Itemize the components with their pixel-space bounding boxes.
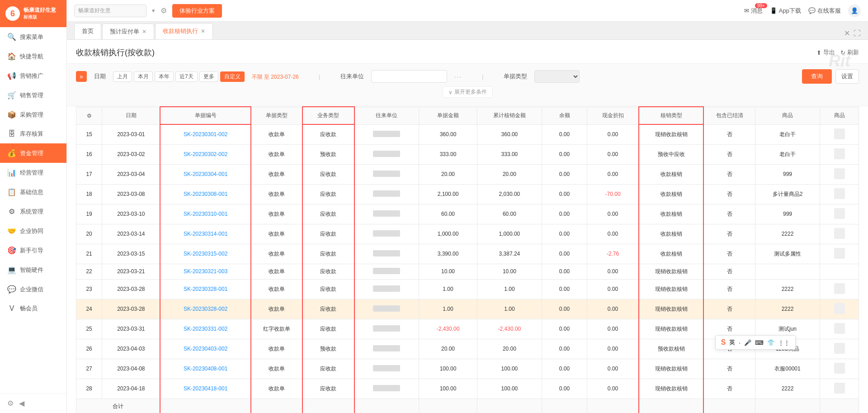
cell-voucher-no: SK-20230418-001 <box>160 379 250 399</box>
sidebar-item-quicknav[interactable]: 🏠快捷导航 <box>0 47 66 66</box>
user-avatar[interactable]: 👤 <box>848 5 861 17</box>
sidebar-item-wechat[interactable]: 💬企业微信 <box>0 280 66 299</box>
cell-counterpart <box>354 184 419 204</box>
online-service-link[interactable]: 💬 在线客服 <box>808 7 841 15</box>
tab-actions: ✕ ⛶ <box>844 29 861 39</box>
filter-date-custom[interactable]: 自定义 <box>220 71 245 82</box>
sidebar-item-sales[interactable]: 🛒销售管理 <box>0 85 66 105</box>
tab-home[interactable]: 首页 <box>74 23 101 39</box>
filter-query-button[interactable]: 查询 <box>802 69 832 84</box>
sidebar-label-search: 搜索菜单 <box>20 33 43 41</box>
voucher-link[interactable]: SK-20230328-002 <box>184 306 227 312</box>
voucher-link[interactable]: SK-20230304-001 <box>184 171 227 177</box>
refresh-button[interactable]: ↻ 刷新 <box>840 48 859 57</box>
cell-balance: 0.00 <box>542 144 587 164</box>
sidebar-item-hardware[interactable]: 💻智能硬件 <box>0 260 66 280</box>
topbar-search-input[interactable] <box>74 5 146 17</box>
filter-counterpart-input[interactable] <box>371 70 447 83</box>
cell-balance: 0.00 <box>542 204 587 224</box>
close-tab-icon[interactable]: ✕ <box>844 29 850 38</box>
cell-product-img <box>820 319 859 339</box>
industry-solution-button[interactable]: 体验行业方案 <box>172 4 222 18</box>
sidebar-item-inventory[interactable]: 🗄库存核算 <box>0 124 66 143</box>
voucher-link[interactable]: SK-20230315-002 <box>184 251 227 257</box>
topbar-gear-icon[interactable]: ⚙ <box>160 6 167 15</box>
sidebar-item-finance[interactable]: 💰资金管理 <box>0 143 66 163</box>
table-row: 15 2023-03-01 SK-20230301-002 收款单 应收款 36… <box>76 124 859 144</box>
watermark-grid-icon[interactable]: ⋮⋮ <box>778 339 790 346</box>
cell-voucher-type: 收款单 <box>251 279 302 299</box>
sidebar-item-marketing[interactable]: 📢营销推广 <box>0 66 66 85</box>
totals-biz-type <box>302 399 354 413</box>
col-header-cash-discount: 现金折扣 <box>587 107 639 124</box>
watermark-mic-icon[interactable]: 🎤 <box>744 339 751 346</box>
cell-product: 测试多属性 <box>755 244 820 264</box>
filter-settings-button[interactable]: 设置 <box>835 69 859 84</box>
cell-date: 2023-03-10 <box>102 204 160 224</box>
voucher-link[interactable]: SK-20230331-002 <box>184 326 227 332</box>
cell-counterpart <box>354 124 419 144</box>
cell-biz-type: 应收款 <box>302 299 354 319</box>
sidebar-item-operations[interactable]: 📊经营管理 <box>0 163 66 182</box>
collapse-sidebar-icon[interactable]: ◀ <box>19 399 24 408</box>
sales-icon: 🛒 <box>7 91 16 100</box>
filter-date-this-year[interactable]: 本年 <box>155 71 174 82</box>
cell-cash-discount: 0.00 <box>587 264 639 279</box>
totals-include-settled <box>703 399 755 413</box>
voucher-link[interactable]: SK-20230408-001 <box>184 366 227 372</box>
sidebar-footer: ⚙ ◀ <box>0 393 66 413</box>
cell-balance: 0.00 <box>542 319 587 339</box>
cell-date: 2023-04-18 <box>102 379 160 399</box>
tab-prepay-close[interactable]: ✕ <box>142 28 146 35</box>
voucher-link[interactable]: SK-20230314-001 <box>184 231 227 237</box>
voucher-link[interactable]: SK-20230418-001 <box>184 385 227 392</box>
col-header-offset-type: 核销类型 <box>639 107 703 124</box>
sidebar-item-system[interactable]: ⚙系统管理 <box>0 202 66 221</box>
app-download-link[interactable]: 📱 App下载 <box>770 7 801 15</box>
watermark-shirt-icon[interactable]: 👕 <box>767 339 774 346</box>
topbar-dropdown-arrow[interactable]: ▾ <box>152 7 155 14</box>
voucher-link[interactable]: SK-20230328-001 <box>184 286 227 292</box>
watermark-keyboard-icon[interactable]: ⌨ <box>755 339 764 346</box>
cell-voucher-type: 收款单 <box>251 379 302 399</box>
tab-collection-close[interactable]: ✕ <box>201 28 205 34</box>
sidebar-label-basic: 基础信息 <box>20 188 43 196</box>
sidebar-item-member[interactable]: V畅会员 <box>0 299 66 318</box>
cell-date: 2023-04-08 <box>102 359 160 379</box>
cell-voucher-no: SK-20230328-001 <box>160 279 250 299</box>
maximize-tab-icon[interactable]: ⛶ <box>854 29 861 38</box>
filter-date-7days[interactable]: 近7天 <box>175 71 198 82</box>
sidebar-item-collab[interactable]: 🤝企业协同 <box>0 221 66 241</box>
cell-cum-offset: 333.00 <box>477 144 542 164</box>
sidebar-item-purchase[interactable]: 📦采购管理 <box>0 105 66 124</box>
voucher-link[interactable]: SK-20230321-003 <box>184 268 227 275</box>
voucher-link[interactable]: SK-20230308-001 <box>184 191 227 197</box>
export-button[interactable]: ⬆ 导出 <box>816 48 835 57</box>
voucher-link[interactable]: SK-20230310-001 <box>184 211 227 217</box>
tab-collection[interactable]: 收款核销执行 ✕ <box>155 23 213 39</box>
totals-product2 <box>820 399 859 413</box>
filter-date-this-month[interactable]: 本月 <box>134 71 153 82</box>
col-header-gear[interactable]: ⚙ <box>76 107 102 124</box>
cell-voucher-type: 收款单 <box>251 339 302 359</box>
expand-more-button[interactable]: ∨ 展开更多条件 <box>443 86 493 98</box>
voucher-link[interactable]: SK-20230403-002 <box>184 346 227 352</box>
filter-date-last-month[interactable]: 上月 <box>113 71 132 82</box>
sidebar-item-search[interactable]: 🔍搜索菜单 <box>0 27 66 47</box>
settings-footer-icon[interactable]: ⚙ <box>7 399 14 408</box>
cell-offset-type: 现销收款核销 <box>639 359 703 379</box>
filter-date-more[interactable]: 更多 <box>199 71 218 82</box>
sidebar-item-guide[interactable]: 🎯新手引导 <box>0 241 66 260</box>
filter-expand-button[interactable]: » <box>76 71 87 82</box>
voucher-link[interactable]: SK-20230302-002 <box>184 151 227 157</box>
tab-prepay[interactable]: 预计应付单 ✕ <box>102 24 154 39</box>
cell-offset-type: 现销收款核销 <box>639 124 703 144</box>
cell-biz-type: 应收款 <box>302 124 354 144</box>
message-button[interactable]: ✉ 消息 99+ <box>744 7 763 15</box>
sidebar-item-basic[interactable]: 📋基础信息 <box>0 182 66 202</box>
table-container: ⚙ 日期 单据编号 单据类型 业务类型 往来单位 单据金额 累计核销金额 余额 … <box>67 106 868 413</box>
sidebar-label-system: 系统管理 <box>20 208 43 216</box>
cell-date: 2023-04-03 <box>102 339 160 359</box>
voucher-link[interactable]: SK-20230301-002 <box>184 131 227 138</box>
filter-voucher-type-select[interactable] <box>534 70 580 83</box>
